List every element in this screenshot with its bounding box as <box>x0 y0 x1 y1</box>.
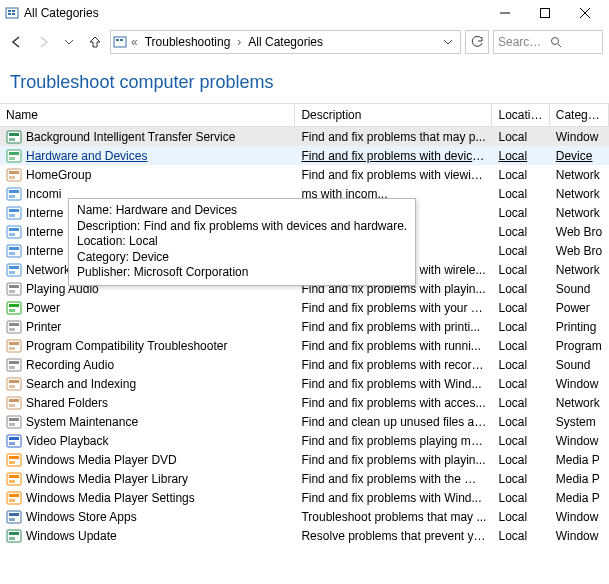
table-row[interactable]: Windows Media Player DVDFind and fix pro… <box>0 450 609 469</box>
breadcrumb-root-sep[interactable]: « <box>129 35 140 49</box>
svg-rect-43 <box>9 309 15 312</box>
item-category: Media P <box>550 491 609 505</box>
forward-button[interactable] <box>32 31 54 53</box>
svg-rect-59 <box>7 416 21 428</box>
svg-rect-36 <box>9 266 19 269</box>
svg-rect-74 <box>7 511 21 523</box>
column-location[interactable]: Location <box>492 104 549 126</box>
column-description[interactable]: Description <box>295 104 492 126</box>
table-row[interactable]: Search and IndexingFind and fix problems… <box>0 374 609 393</box>
up-button[interactable] <box>84 31 106 53</box>
svg-rect-38 <box>7 283 21 295</box>
svg-rect-60 <box>9 418 19 421</box>
svg-rect-29 <box>7 226 21 238</box>
search-placeholder: Search Tro... <box>498 35 546 49</box>
table-row[interactable]: System MaintenanceFind and clean up unus… <box>0 412 609 431</box>
close-button[interactable] <box>565 0 605 26</box>
item-description: Find and fix problems with your c... <box>295 301 492 315</box>
table-row[interactable]: Windows Media Player LibraryFind and fix… <box>0 469 609 488</box>
svg-rect-44 <box>7 321 21 333</box>
minimize-button[interactable] <box>485 0 525 26</box>
svg-rect-4 <box>12 13 15 15</box>
svg-rect-34 <box>9 252 15 255</box>
bits-icon <box>6 129 22 145</box>
search-input[interactable]: Search Tro... <box>493 30 603 54</box>
maximize-button[interactable] <box>525 0 565 26</box>
item-category: Window <box>550 377 609 391</box>
column-name[interactable]: Name <box>0 104 295 126</box>
back-button[interactable] <box>6 31 28 53</box>
address-dropdown[interactable] <box>438 38 458 46</box>
item-location: Local <box>492 377 549 391</box>
svg-rect-39 <box>9 285 19 288</box>
table-row[interactable]: Video PlaybackFind and fix problems play… <box>0 431 609 450</box>
item-location: Local <box>492 149 549 163</box>
table-row[interactable]: PrinterFind and fix problems with printi… <box>0 317 609 336</box>
svg-rect-77 <box>7 530 21 542</box>
recaudio-icon <box>6 357 22 373</box>
table-row[interactable]: Windows Media Player SettingsFind and fi… <box>0 488 609 507</box>
svg-rect-68 <box>7 473 21 485</box>
table-row[interactable]: Program Compatibility TroubleshooterFind… <box>0 336 609 355</box>
table-row[interactable]: Windows UpdateResolve problems that prev… <box>0 526 609 545</box>
address-bar[interactable]: « Troubleshooting › All Categories <box>110 30 461 54</box>
item-location: Local <box>492 225 549 239</box>
refresh-button[interactable] <box>465 30 489 54</box>
breadcrumb-item-troubleshooting[interactable]: Troubleshooting <box>142 35 234 49</box>
internet-icon <box>6 205 22 221</box>
wmp-icon <box>6 471 22 487</box>
table-row[interactable]: Recording AudioFind and fix problems wit… <box>0 355 609 374</box>
svg-rect-61 <box>9 423 15 426</box>
recent-dropdown[interactable] <box>58 31 80 53</box>
tooltip: Name: Hardware and Devices Description: … <box>68 198 416 286</box>
column-category[interactable]: Category <box>550 104 609 126</box>
item-location: Local <box>492 263 549 277</box>
svg-rect-45 <box>9 323 19 326</box>
tooltip-description: Description: Find and fix problems with … <box>77 219 407 235</box>
item-location: Local <box>492 396 549 410</box>
table-row[interactable]: PowerFind and fix problems with your c..… <box>0 298 609 317</box>
svg-rect-14 <box>7 131 21 143</box>
svg-rect-19 <box>9 157 15 160</box>
svg-rect-56 <box>7 397 21 409</box>
item-category: Printing <box>550 320 609 334</box>
item-link[interactable]: Hardware and Devices <box>26 149 147 163</box>
item-name-text: Windows Update <box>26 529 117 543</box>
item-location: Local <box>492 168 549 182</box>
item-description: Find and fix problems with acces... <box>295 396 492 410</box>
svg-rect-32 <box>7 245 21 257</box>
table-row[interactable]: HomeGroupFind and fix problems with view… <box>0 165 609 184</box>
svg-rect-62 <box>7 435 21 447</box>
svg-rect-65 <box>7 454 21 466</box>
wmp-icon <box>6 452 22 468</box>
item-location: Local <box>492 301 549 315</box>
table-row[interactable]: Windows Store AppsTroubleshoot problems … <box>0 507 609 526</box>
folders-icon <box>6 395 22 411</box>
chevron-right-icon[interactable]: › <box>235 35 243 49</box>
item-category: Network <box>550 206 609 220</box>
item-description: Troubleshoot problems that may ... <box>295 510 492 524</box>
item-category: Sound <box>550 282 609 296</box>
item-name-text: HomeGroup <box>26 168 91 182</box>
breadcrumb-item-categories[interactable]: All Categories <box>245 35 326 49</box>
item-description: Find and fix problems with Wind... <box>295 377 492 391</box>
table-row[interactable]: Background Intelligent Transfer ServiceF… <box>0 127 609 146</box>
svg-rect-40 <box>9 290 15 293</box>
toolbar: « Troubleshooting › All Categories Searc… <box>0 26 609 58</box>
incoming-icon <box>6 186 22 202</box>
svg-rect-26 <box>7 207 21 219</box>
power-icon <box>6 300 22 316</box>
table-row[interactable]: Hardware and DevicesFind and fix problem… <box>0 146 609 165</box>
svg-rect-64 <box>9 442 15 445</box>
item-category: Web Bro <box>550 225 609 239</box>
table-row[interactable]: Shared FoldersFind and fix problems with… <box>0 393 609 412</box>
audio-icon <box>6 281 22 297</box>
item-name-text: Interne <box>26 244 63 258</box>
svg-rect-47 <box>7 340 21 352</box>
item-category: Media P <box>550 453 609 467</box>
item-location: Local <box>492 206 549 220</box>
item-category: System <box>550 415 609 429</box>
svg-rect-16 <box>9 138 15 141</box>
item-name-text: Recording Audio <box>26 358 114 372</box>
app-icon <box>4 5 20 21</box>
